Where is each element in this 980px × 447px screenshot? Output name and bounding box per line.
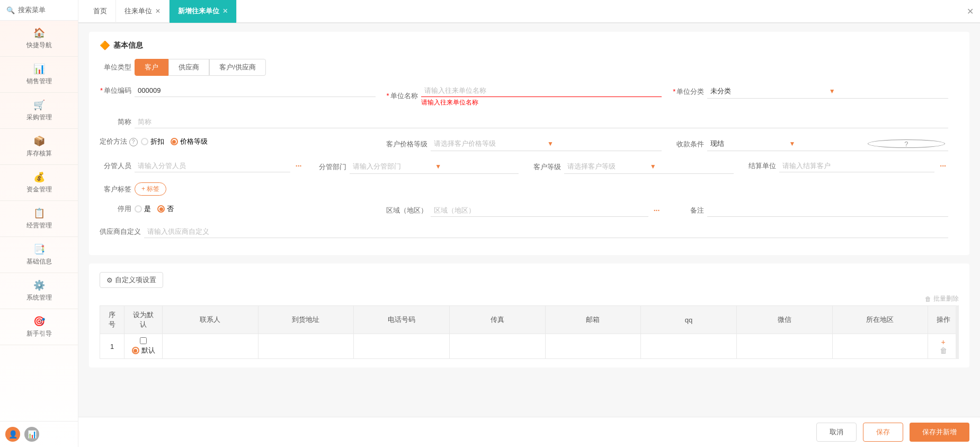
- row-default-radio-circle: [132, 347, 139, 354]
- sidebar-footer-btn2[interactable]: 📊: [24, 427, 39, 442]
- sidebar-item-finance[interactable]: 💰 资金管理: [0, 165, 78, 201]
- row-delete-btn[interactable]: 🗑: [940, 346, 947, 355]
- radio-discount[interactable]: 折扣: [141, 137, 164, 146]
- tab-add-partner-label: 新增往来单位: [178, 6, 219, 16]
- sidebar-item-base-info[interactable]: 📑 基础信息: [0, 237, 78, 273]
- table-header-row: 序号 设为默认 联系人 到货地址 电话号码 传真 邮箱 qq 微信 所在地区 操…: [100, 306, 959, 334]
- short-name-input[interactable]: [135, 116, 948, 128]
- sidebar-item-system-mgmt[interactable]: ⚙️ 系统管理: [0, 273, 78, 309]
- sidebar-item-purchase-mgmt[interactable]: 🛒 采购管理: [0, 93, 78, 129]
- sidebar-item-label: 销售管理: [26, 77, 52, 86]
- row-contact-input[interactable]: [168, 343, 253, 350]
- pricing-help-icon[interactable]: ?: [129, 138, 138, 146]
- save-button[interactable]: 保存: [863, 423, 903, 442]
- sidebar-footer-btn1[interactable]: 👤: [5, 427, 20, 442]
- table-scrollbar[interactable]: [956, 305, 959, 359]
- row-area[interactable]: [832, 334, 928, 359]
- settlement-more-btn[interactable]: ···: [938, 162, 948, 170]
- row-email-input[interactable]: [551, 343, 636, 350]
- settlement-unit-input[interactable]: [779, 160, 935, 172]
- sidebar-item-operations[interactable]: 📋 经营管理: [0, 201, 78, 237]
- col-fax: 传真: [449, 306, 545, 334]
- row-add-btn[interactable]: +: [941, 338, 945, 346]
- btn-supplier[interactable]: 供应商: [168, 59, 209, 76]
- row-checkbox[interactable]: [140, 337, 147, 344]
- batch-delete-label: 批量删除: [933, 294, 959, 303]
- tab-add-partner-close[interactable]: ✕: [222, 7, 228, 15]
- col-seq: 序号: [100, 306, 124, 334]
- row-qq[interactable]: [641, 334, 737, 359]
- sidebar-search[interactable]: 🔍 搜索菜单: [0, 0, 78, 21]
- row-phone[interactable]: [354, 334, 450, 359]
- row-fax[interactable]: [449, 334, 545, 359]
- row-wechat[interactable]: [736, 334, 832, 359]
- col-qq: qq: [641, 306, 737, 334]
- row-default: 默认: [124, 334, 163, 359]
- dept-select[interactable]: 请输入分管部门 ▼: [350, 160, 519, 174]
- row-address-input[interactable]: [264, 343, 349, 350]
- unit-name-error-msg: 请输入往来单位名称: [421, 98, 662, 107]
- custom-settings-card: ⚙ 自定义项设置 🗑 批量删除 序号 设为默认 联系人 到货地址 电话号码: [89, 264, 969, 367]
- save-and-new-button[interactable]: 保存并新增: [910, 423, 969, 442]
- customer-price-grade-field: 客户价格等级 请选择客户价格等级 ▼: [386, 137, 673, 151]
- customer-grade-field: 客户等级 请选择客户等级 ▼: [529, 160, 744, 174]
- chevron-down-icon-2: ▼: [547, 140, 658, 147]
- payment-help-icon[interactable]: ?: [868, 139, 945, 148]
- sidebar-item-new-guide[interactable]: 🎯 新手引导: [0, 309, 78, 345]
- radio-no[interactable]: 否: [157, 204, 174, 214]
- row-fax-input[interactable]: [455, 343, 540, 350]
- tab-partner-list-close[interactable]: ✕: [155, 7, 161, 15]
- btn-both[interactable]: 客户/供应商: [209, 59, 266, 76]
- custom-settings-button[interactable]: ⚙ 自定义项设置: [100, 272, 163, 288]
- sidebar-item-quick-nav[interactable]: 🏠 快捷导航: [0, 21, 78, 57]
- radio-yes[interactable]: 是: [135, 204, 151, 214]
- pricing-method-field: 定价方法 ? 折扣 价格等级: [100, 137, 386, 146]
- row-default-radio[interactable]: 默认: [130, 346, 157, 355]
- unit-name-input[interactable]: [421, 84, 662, 97]
- supplier-custom-label: 供应商自定义: [100, 227, 141, 236]
- batch-delete-btn[interactable]: 🗑 批量删除: [100, 294, 959, 303]
- area-input[interactable]: [431, 204, 648, 217]
- dept-label: 分管部门: [315, 162, 346, 172]
- tab-home[interactable]: 首页: [85, 0, 116, 23]
- supervisor-more-btn[interactable]: ···: [293, 162, 304, 170]
- row-area-input[interactable]: [838, 343, 923, 350]
- unit-code-input[interactable]: [135, 84, 376, 97]
- add-tag-button[interactable]: + 标签: [135, 182, 166, 196]
- unit-code-label: *单位编码: [100, 86, 131, 95]
- row-email[interactable]: [545, 334, 641, 359]
- row-wechat-input[interactable]: [742, 343, 827, 350]
- radio-grade[interactable]: 价格等级: [171, 137, 208, 146]
- table-header: 序号 设为默认 联系人 到货地址 电话号码 传真 邮箱 qq 微信 所在地区 操…: [100, 306, 959, 334]
- remark-input[interactable]: [707, 204, 948, 217]
- radio-grade-circle: [171, 138, 178, 145]
- row-contact[interactable]: [162, 334, 258, 359]
- area-more-btn[interactable]: ···: [652, 206, 662, 215]
- table-wrapper: 序号 设为默认 联系人 到货地址 电话号码 传真 邮箱 qq 微信 所在地区 操…: [100, 305, 959, 359]
- radio-discount-circle: [141, 138, 148, 145]
- radio-yes-label: 是: [144, 204, 151, 214]
- customer-price-grade-select[interactable]: 请选择客户价格等级 ▼: [431, 137, 662, 151]
- window-close-button[interactable]: ✕: [967, 6, 974, 16]
- settlement-unit-field: 结算单位 ···: [744, 160, 959, 172]
- sidebar-item-inventory[interactable]: 📦 库存核算: [0, 129, 78, 165]
- unit-category-select[interactable]: 未分类 ▼: [707, 84, 948, 99]
- sidebar-item-sales-mgmt[interactable]: 📊 销售管理: [0, 57, 78, 93]
- row-phone-input[interactable]: [359, 343, 444, 350]
- btn-customer[interactable]: 客户: [135, 59, 168, 76]
- customer-grade-select[interactable]: 请选择客户等级 ▼: [564, 160, 734, 174]
- row-qq-input[interactable]: [646, 343, 731, 350]
- quick-nav-icon: 🏠: [33, 27, 45, 39]
- basic-info-card: 🔶 基本信息 单位类型 客户 供应商 客户/供应商 *单位: [89, 32, 969, 255]
- tab-partner-list[interactable]: 往来单位 ✕: [116, 0, 170, 23]
- disabled-field: 停用 是 否: [100, 204, 386, 214]
- code-name-category-row: *单位编码 *单位名称 请输入往来单位名称 *单位分类: [100, 84, 959, 107]
- row-address[interactable]: [258, 334, 354, 359]
- supervisor-input[interactable]: [135, 160, 290, 172]
- tab-add-partner[interactable]: 新增往来单位 ✕: [170, 0, 237, 23]
- col-phone: 电话号码: [354, 306, 450, 334]
- cancel-button[interactable]: 取消: [816, 423, 857, 442]
- short-name-row: 简称: [100, 116, 959, 128]
- payment-condition-select[interactable]: 现结 ▼ ?: [707, 137, 948, 151]
- supplier-custom-input[interactable]: [144, 225, 948, 238]
